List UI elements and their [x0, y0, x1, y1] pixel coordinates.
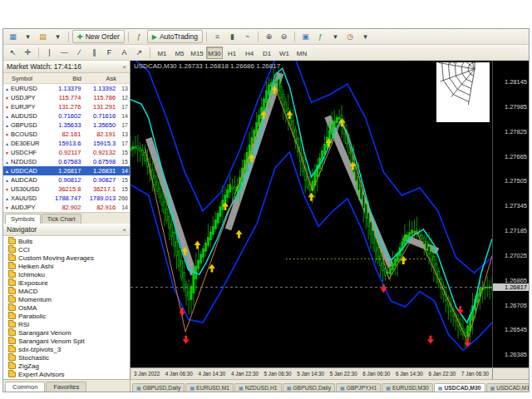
- chart-tab-gbpusd-daily[interactable]: ▦GBPUSD,Daily: [132, 383, 185, 392]
- chart-title: USDCAD,M30 1.26733 1.26818 1.26686 1.268…: [134, 62, 280, 70]
- timeframe-button-w1[interactable]: W1: [276, 47, 293, 59]
- timeframe-button-m1[interactable]: M1: [154, 47, 170, 59]
- navigator-item-macd[interactable]: MACD: [3, 287, 130, 295]
- line-chart-icon[interactable]: ~: [240, 30, 254, 43]
- new-chart-dropdown-icon[interactable]: ▾: [21, 30, 35, 43]
- time-label: 4 Jan 14:30: [198, 371, 225, 377]
- timeframe-button-m15[interactable]: M15: [189, 47, 205, 59]
- navigator-item-custom-moving-averages[interactable]: Custom Moving Averages: [3, 254, 130, 262]
- market-watch-row-audusd[interactable]: ▲AUDUSD0.716020.7161614: [3, 111, 130, 121]
- market-watch-row-eurusd[interactable]: ▲EURUSD1.133791.1339213: [3, 84, 130, 93]
- market-watch-row-us30usd[interactable]: ▼US30USD36215.836217.115: [3, 185, 130, 194]
- fibonacci-icon[interactable]: F: [102, 46, 116, 59]
- ask-cell: 1.35650: [83, 121, 118, 129]
- timeframe-button-mn[interactable]: MN: [293, 47, 310, 59]
- chart-tab-nzdusd-h1[interactable]: ▦NZDUSD,H1: [234, 383, 282, 392]
- time-axis[interactable]: 3 Jan 20224 Jan 06:304 Jan 14:304 Jan 22…: [131, 367, 492, 379]
- chart-plot-area[interactable]: USDCAD,M30 1.26733 1.26818 1.26686 1.268…: [131, 61, 492, 367]
- profiles-dropdown-icon[interactable]: ▾: [51, 30, 65, 43]
- profiles-icon[interactable]: ▤: [36, 30, 50, 43]
- chart-tab-gbpusd-daily[interactable]: ▦GBPUSD,Daily: [283, 383, 335, 392]
- navigator-item-heiken-ashi[interactable]: Heiken Ashi: [3, 262, 130, 270]
- timeframes-icon[interactable]: ◷: [343, 30, 357, 43]
- navigator-item-zigzag[interactable]: ZigZag: [3, 362, 130, 370]
- time-label: 6 Jan 06:30: [362, 371, 390, 377]
- column-header-bid[interactable]: Bid: [49, 75, 84, 82]
- market-watch-row-nzdusd[interactable]: ▲NZDUSD0.675830.6759815: [3, 157, 130, 166]
- tab-symbols[interactable]: Symbols: [5, 214, 41, 224]
- chart-tab-usdcad-m30[interactable]: ▦USDCAD,M30: [434, 383, 485, 392]
- tile-windows-icon[interactable]: ▣: [298, 30, 313, 43]
- chart-tab-usdcad-m1[interactable]: ▦USDCAD,M1: [486, 383, 529, 392]
- candlestick-chart-icon[interactable]: ▮: [225, 30, 239, 43]
- channel-icon[interactable]: ∥: [87, 46, 101, 59]
- expert-advisors-icon[interactable]: ƒ: [132, 30, 146, 43]
- navigator-item-sdx-tzpivots-3[interactable]: sdx-tzpivots_3: [3, 345, 130, 353]
- close-icon[interactable]: ×: [122, 226, 126, 234]
- column-header-symbol[interactable]: Symbol: [3, 75, 49, 82]
- arrows-tool-icon[interactable]: ↗: [132, 46, 146, 59]
- toolbar-separator: [38, 47, 39, 58]
- market-watch-row-audjpy[interactable]: ▼AUDJPY82.90282.91614: [3, 203, 130, 212]
- text-label-icon[interactable]: A: [117, 46, 131, 59]
- toolbar-separator: [128, 32, 129, 42]
- timeframe-button-d1[interactable]: D1: [259, 47, 275, 59]
- chart-tab-label: EURUSD,M30: [392, 385, 429, 391]
- chart-tab-icon: ▦: [136, 385, 141, 391]
- bar-chart-icon[interactable]: ≡: [210, 30, 224, 43]
- tab-common[interactable]: Common: [5, 382, 45, 392]
- navigator-item-osma[interactable]: OsMA: [3, 303, 130, 312]
- tick-up-icon: ▲: [3, 86, 11, 91]
- trendline-icon[interactable]: ∕: [72, 46, 86, 59]
- navigator-item-sarangani-venom[interactable]: Sarangani Venom: [3, 328, 130, 337]
- navigator-item-ichimoku[interactable]: Ichimoku: [3, 270, 130, 278]
- navigator-item-sarangani-venom-spit[interactable]: Sarangani Venom Spit: [3, 337, 130, 345]
- navigator-item-bulls[interactable]: Bulls: [3, 237, 130, 245]
- chart-tab-eurusd-m30[interactable]: ▦EURUSD,M30: [382, 383, 432, 392]
- autotrading-button[interactable]: ▶AutoTrading: [147, 30, 203, 43]
- new-chart-icon[interactable]: ▦: [6, 30, 20, 43]
- vertical-line-icon[interactable]: |: [42, 46, 57, 59]
- horizontal-line-icon[interactable]: —: [57, 46, 71, 59]
- timeframe-button-m5[interactable]: M5: [171, 47, 188, 59]
- chart-tab-eurusd-m1[interactable]: ▦EURUSD,M1: [185, 383, 234, 392]
- timeframe-button-h1[interactable]: H1: [224, 47, 240, 59]
- market-watch-row-de30eur[interactable]: ▲DE30EUR15913.615915.317: [3, 139, 130, 148]
- folder-icon: [8, 305, 16, 311]
- templates-dropdown-icon[interactable]: ▾: [358, 30, 372, 43]
- navigator-item-stochastic[interactable]: Stochastic: [3, 353, 130, 362]
- timeframe-button-m30[interactable]: M30: [206, 47, 223, 59]
- chart-tab-gbpjpy-h1[interactable]: ▦GBPJPY,H1: [336, 383, 381, 392]
- market-watch-row-audcad[interactable]: ▲AUDCAD0.908120.9082715: [3, 175, 130, 185]
- new-order-button[interactable]: ✚New Order: [72, 30, 125, 43]
- market-watch-row-xauusd[interactable]: ▲XAUUSD1788.7471789.013266: [3, 194, 130, 203]
- crosshair-icon[interactable]: ✛: [21, 46, 35, 59]
- navigator-item-cci[interactable]: CCI: [3, 245, 130, 254]
- timeframe-button-h4[interactable]: H4: [241, 47, 258, 59]
- close-icon[interactable]: ×: [122, 63, 126, 71]
- zoom-in-icon[interactable]: ⊕: [262, 30, 276, 43]
- market-watch-row-eurjpy[interactable]: ▼EURJPY131.276131.29117: [3, 102, 130, 111]
- market-watch-row-bcousd[interactable]: ▼BCOUSD82.16182.19113: [3, 130, 130, 139]
- tab-tick-chart[interactable]: Tick Chart: [42, 214, 81, 224]
- cursor-icon[interactable]: ↖: [6, 46, 20, 59]
- navigator-item-momentum[interactable]: Momentum: [3, 295, 130, 303]
- navigator-item-rsi[interactable]: RSI: [3, 320, 130, 328]
- column-header-ask[interactable]: Ask: [84, 75, 119, 82]
- navigator-item-expert-advisors[interactable]: Expert Advisors: [3, 370, 130, 378]
- market-watch-row-usdcad[interactable]: ▲USDCAD1.268171.2683114: [3, 166, 130, 175]
- bid-cell: 36215.8: [49, 185, 84, 193]
- navigator-item-parabolic[interactable]: Parabolic: [3, 312, 130, 320]
- market-watch-row-gbpusd[interactable]: ▲GBPUSD1.356331.3565017: [3, 121, 130, 130]
- chart-window[interactable]: USDCAD,M30 1.26733 1.26818 1.26686 1.268…: [131, 61, 529, 379]
- market-watch-row-usdjpy[interactable]: ▼USDJPY115.774115.78612: [3, 93, 130, 102]
- tab-favorites[interactable]: Favorites: [46, 382, 86, 392]
- time-label: 6 Jan 22:30: [428, 371, 456, 377]
- zoom-out-icon[interactable]: ⊖: [277, 30, 291, 43]
- navigator-item-iexposure[interactable]: iExposure: [3, 278, 130, 287]
- market-watch-row-usdchf[interactable]: ▼USDCHF0.921170.9213215: [3, 148, 130, 157]
- indicators-dropdown-icon[interactable]: ▾: [328, 30, 342, 43]
- indicators-icon[interactable]: ƒ: [313, 30, 328, 43]
- spread-cell: 17: [118, 122, 130, 128]
- price-scale[interactable]: 1.281451.279851.278251.276651.275051.273…: [492, 61, 529, 367]
